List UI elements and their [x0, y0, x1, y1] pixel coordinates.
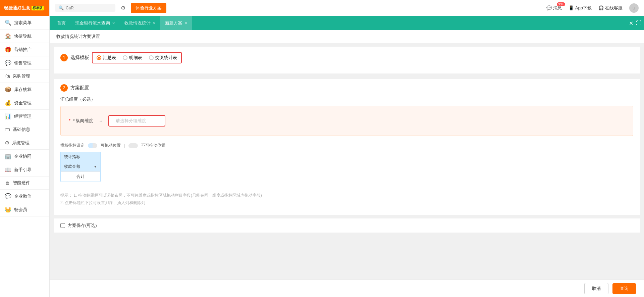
save-label: 方案保存(可选) [68, 222, 97, 229]
query-button[interactable]: 查询 [612, 283, 636, 294]
sidebar-label-purchase: 采购管理 [13, 73, 30, 79]
sidebar-icon-basic-info: 🗃 [5, 127, 10, 133]
step1-number: 1 [60, 54, 68, 61]
radio-cross[interactable]: 交叉统计表 [149, 55, 177, 61]
search-input[interactable] [66, 6, 106, 10]
arrow: → [99, 118, 103, 123]
content-area: 收款情况统计方案设置 1 选择模板 汇总表 明细表 交 [50, 30, 644, 297]
radio-detail[interactable]: 明细表 [123, 55, 142, 61]
logo-badge: 标准版 [32, 6, 44, 10]
sidebar-icon-inventory: 📦 [5, 86, 11, 93]
tab-label-new-plan: 新建方案 [165, 20, 182, 26]
step2-section: 2 方案配置 汇总维度（必选） * * 纵向维度 → 请选择分组维度 [54, 79, 640, 215]
sidebar-item-wechat[interactable]: 💬企业微信 [0, 190, 49, 203]
metric-name-row[interactable]: 收款金额 ▼ [61, 162, 100, 171]
sidebar-item-basic-info[interactable]: 🗃基础信息 [0, 123, 49, 136]
sidebar-label-inventory: 库存核算 [14, 87, 32, 93]
tab-new-plan[interactable]: 新建方案✕ [160, 16, 192, 30]
industry-btn[interactable]: 体验行业方案 [131, 3, 166, 13]
sidebar-icon-guide: 📖 [5, 166, 11, 173]
step1-section: 1 选择模板 汇总表 明细表 交叉统计表 [54, 47, 640, 73]
dimension-row: * * 纵向维度 → 请选择分组维度 [69, 115, 625, 127]
metric-sub: 合计 [76, 174, 85, 179]
sidebar-label-quick-nav: 快捷导航 [14, 33, 32, 39]
metrics-category: 统计指标 收款金额 ▼ 合计 [60, 152, 101, 182]
save-checkbox[interactable] [60, 223, 65, 228]
radio-summary[interactable]: 汇总表 [97, 55, 116, 61]
cancel-button[interactable]: 取消 [584, 283, 608, 294]
sidebar-label-sales: 销售管理 [14, 60, 32, 66]
sidebar-item-hardware[interactable]: 🖥智能硬件 [0, 177, 49, 190]
sidebar-item-enterprise[interactable]: 🏢企业协同 [0, 150, 49, 163]
sidebar-label-wechat: 企业微信 [14, 193, 32, 199]
metrics-title: 模板指标设定 [60, 143, 85, 148]
tab-close-receipts-stats[interactable]: ✕ [153, 21, 156, 26]
draggable-hint: 可拖动位置 [101, 143, 121, 148]
metric-name: 收款金额 [64, 164, 80, 169]
tab-close-new-plan[interactable]: ✕ [184, 21, 187, 26]
sidebar-label-enterprise: 企业协同 [14, 153, 32, 159]
sidebar-item-search-menu[interactable]: 🔍搜索菜单 [0, 16, 49, 30]
settings-icon[interactable]: ⚙ [121, 5, 125, 11]
required-star: * [69, 118, 70, 123]
main-content: 🔍 ⚙ 体验行业方案 💬 消息 99+ 📱 App下载 🎧 在线客服 U 首页现… [50, 0, 644, 297]
topbar-right: 💬 消息 99+ 📱 App下载 🎧 在线客服 U [546, 3, 639, 13]
sidebar-item-purchase[interactable]: 🛍采购管理 [0, 70, 49, 83]
step1-label: 选择模板 [70, 55, 89, 61]
vertical-dimension-label: * * 纵向维度 [69, 118, 93, 124]
page-title: 收款情况统计方案设置 [50, 30, 644, 43]
sidebar-item-inventory[interactable]: 📦库存核算 [0, 83, 49, 96]
sidebar-item-sales[interactable]: 💬销售管理 [0, 56, 49, 70]
message-btn[interactable]: 💬 消息 99+ [546, 5, 562, 11]
dimension-area: * * 纵向维度 → 请选择分组维度 [60, 106, 633, 136]
download-btn[interactable]: 📱 App下载 [569, 5, 592, 11]
message-badge: 99+ [557, 2, 565, 6]
sidebar-icon-wechat: 💬 [5, 193, 11, 199]
avatar[interactable]: U [629, 3, 639, 13]
dimension-title: 汇总维度（必选） [60, 96, 633, 102]
logo-text: 畅捷通好生意 [4, 5, 30, 11]
metric-sub-row: 合计 [61, 171, 100, 182]
sidebar-item-member[interactable]: 👑畅会员 [0, 203, 49, 216]
sidebar-item-quick-nav[interactable]: 🏠快捷导航 [0, 30, 49, 43]
metric-chevron-icon: ▼ [94, 165, 97, 168]
save-section: 方案保存(可选) [54, 218, 640, 233]
sidebar-item-system[interactable]: ⚙系统管理 [0, 136, 49, 150]
sidebar-item-operations[interactable]: 📊经营管理 [0, 110, 49, 123]
radio-summary-label: 汇总表 [103, 55, 116, 61]
service-btn[interactable]: 🎧 在线客服 [598, 5, 623, 11]
step1-header: 1 选择模板 汇总表 明细表 交叉统计表 [60, 52, 633, 63]
vertical-label-text: * 纵向维度 [73, 118, 94, 123]
sidebar-item-finance[interactable]: 💰资金管理 [0, 96, 49, 110]
tab-bank-flow[interactable]: 现金银行流水查询✕ [70, 16, 120, 30]
dimension-select[interactable]: 请选择分组维度 [108, 115, 165, 127]
radio-detail-circle [123, 55, 127, 60]
tab-close-bank-flow[interactable]: ✕ [112, 21, 115, 26]
sidebar-icon-operations: 📊 [5, 113, 11, 119]
sidebar-icon-quick-nav: 🏠 [5, 33, 11, 39]
sidebar-icon-member: 👑 [5, 206, 11, 213]
footer-bar: 取消 查询 [50, 280, 644, 297]
tip-line1: 提示： 1. 拖动标题栏可以调整布局，不可跨维度或指标区域拖动栏目字段(只能在同… [60, 192, 633, 199]
sidebar-label-member: 畅会员 [14, 207, 27, 213]
close-window-icon[interactable]: ✕ [629, 20, 633, 27]
sidebar-label-search-menu: 搜索菜单 [14, 20, 32, 26]
sidebar-icon-purchase: 🛍 [5, 73, 10, 79]
download-icon: 📱 [569, 5, 574, 10]
non-draggable-indicator [128, 143, 138, 148]
search-box[interactable]: 🔍 [55, 4, 115, 12]
sidebar-icon-finance: 💰 [5, 100, 11, 106]
tabbar: 首页现金银行流水查询✕收款情况统计✕新建方案✕ ✕ ⛶ [50, 16, 644, 30]
tip-line2: 2. 点击标题栏下拉可设置排序、插入列和删除列 [60, 199, 633, 207]
tab-home[interactable]: 首页 [52, 16, 70, 30]
radio-cross-label: 交叉统计表 [155, 55, 177, 61]
sidebar-icon-hardware: 🖥 [5, 180, 10, 186]
sidebar-item-marketing[interactable]: 🎁营销推广 [0, 43, 49, 56]
sidebar-item-guide[interactable]: 📖新手引导 [0, 163, 49, 177]
tab-receipts-stats[interactable]: 收款情况统计✕ [120, 16, 160, 30]
maximize-icon[interactable]: ⛶ [636, 20, 641, 27]
metrics-category-header[interactable]: 统计指标 [61, 152, 100, 162]
sidebar-label-basic-info: 基础信息 [13, 127, 30, 133]
sidebar-logo: 畅捷通好生意 标准版 [0, 0, 49, 16]
draggable-indicator [88, 143, 97, 148]
